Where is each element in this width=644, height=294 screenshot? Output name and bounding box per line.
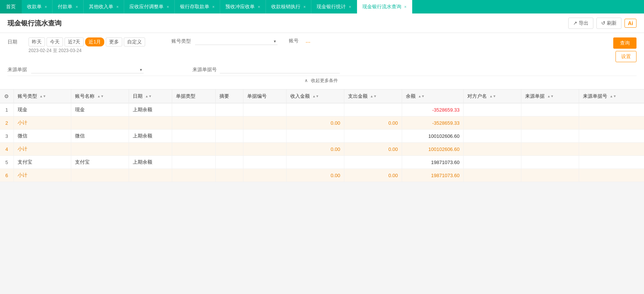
cell-expense [344,156,402,169]
account-no-dots[interactable]: ... [303,37,312,44]
date-label: 日期 [8,39,26,45]
source-doc-select[interactable] [31,66,144,73]
close-icon[interactable]: × [45,4,47,9]
page-header: 现金银行流水查询 ↗ 导出 ↺ 刷新 Ai [0,13,644,33]
cell-counterpart [464,130,521,143]
nav-tab-应收应付调整单[interactable]: 应收应付调整单 × [124,0,174,13]
nav-tab-付款单[interactable]: 付款单 × [53,0,83,13]
sort-icon: ▲▼ [145,95,152,98]
close-icon[interactable]: × [349,4,351,9]
th-doc-type[interactable]: 单据类型 [172,90,215,103]
table-container: ⚙ 账号类型 ▲▼ 账号名称 ▲▼ 日期 ▲▼ 单据类型 摘 [0,90,644,182]
cell-account-name [71,143,129,156]
ai-badge[interactable]: Ai [624,19,636,28]
gear-icon: ⚙ [4,93,9,99]
table-row: 1 现金 现金 上期余额 -3528659.33 [0,103,644,116]
nav-tab-预收冲应收单[interactable]: 预收冲应收单 × [220,0,266,13]
cell-balance: 100102606.60 [402,143,463,156]
close-icon[interactable]: × [404,4,407,9]
cell-balance: 100102606.60 [402,130,463,143]
cell-counterpart [464,169,521,182]
th-source-doc-no[interactable]: 来源单据号 ▲▼ [579,90,644,103]
cell-account-type: 微信 [14,130,71,143]
date-btn-today[interactable]: 今天 [47,37,63,46]
cell-doc-no [243,130,286,143]
source-doc-no-label: 来源单据号 [192,66,217,73]
source-doc-label: 来源单据 [8,66,28,73]
nav-tab-其他收入单[interactable]: 其他收入单 × [84,0,124,13]
cell-income: 0.00 [287,169,344,182]
cell-expense [344,103,402,116]
cell-summary [215,156,243,169]
cell-account-type: 小计 [14,169,71,182]
cell-doc-type [172,130,215,143]
export-button[interactable]: ↗ 导出 [568,18,593,29]
cell-source-doc-no [579,143,644,156]
date-btn-7days[interactable]: 近7天 [65,37,84,46]
nav-tab-收款单[interactable]: 收款单 × [22,0,53,13]
cell-doc-type [172,116,215,130]
date-btn-1month[interactable]: 近1月 [85,37,104,46]
nav-tab-现金银行统计[interactable]: 现金银行统计 × [311,0,357,13]
th-summary[interactable]: 摘要 [215,90,243,103]
row-number: 2 [0,116,14,130]
collapse-bar[interactable]: ∧ 收起更多条件 [8,76,636,85]
date-btn-yesterday[interactable]: 昨天 [29,37,45,46]
table-row: 2 小计 0.00 0.00 -3528659.33 [0,116,644,130]
account-type-select[interactable] [195,37,278,45]
th-date[interactable]: 日期 ▲▼ [129,90,172,103]
th-source-doc[interactable]: 来源单据 ▲▼ [521,90,579,103]
cell-date: 上期余额 [129,156,172,169]
data-table: ⚙ 账号类型 ▲▼ 账号名称 ▲▼ 日期 ▲▼ 单据类型 摘 [0,90,644,182]
cell-source-doc-no [579,156,644,169]
close-icon[interactable]: × [116,4,119,9]
cell-doc-type [172,169,215,182]
cell-summary [215,116,243,130]
th-income[interactable]: 收入金额 ▲▼ [287,90,344,103]
cell-source-doc-no [579,169,644,182]
th-account-name[interactable]: 账号名称 ▲▼ [71,90,129,103]
cell-income [287,103,344,116]
query-button[interactable]: 查询 [613,37,636,49]
nav-tab-银行存取款单[interactable]: 银行存取款单 × [175,0,220,13]
close-icon[interactable]: × [212,4,215,9]
close-icon[interactable]: × [75,4,78,9]
date-btn-custom[interactable]: 自定义 [124,37,145,46]
cell-account-type: 支付宝 [14,156,71,169]
settings-button[interactable]: 设置 [615,51,636,62]
cell-balance: 19871073.60 [402,169,463,182]
cell-account-name [71,116,129,130]
cell-expense: 0.00 [344,143,402,156]
th-balance[interactable]: 余额 ▲▼ [402,90,463,103]
cell-counterpart [464,116,521,130]
close-icon[interactable]: × [303,4,306,9]
nav-tab-收款核销执行[interactable]: 收款核销执行 × [266,0,311,13]
cell-source-doc-no [579,130,644,143]
cell-source-doc [521,116,579,130]
chevron-up-icon: ∧ [305,78,308,83]
cell-source-doc [521,169,579,182]
th-settings[interactable]: ⚙ [0,90,14,103]
th-expense[interactable]: 支出金额 ▲▼ [344,90,402,103]
sort-icon: ▲▼ [610,95,617,98]
nav-home[interactable]: 首页 [0,0,22,13]
th-account-type[interactable]: 账号类型 ▲▼ [14,90,71,103]
nav-tab-现金银行流水查询[interactable]: 现金银行流水查询 × [357,0,412,13]
table-row: 3 微信 微信 上期余额 100102606.60 [0,130,644,143]
row-number: 6 [0,169,14,182]
sort-icon: ▲▼ [370,95,377,98]
source-doc-no-input[interactable] [220,66,340,73]
cell-account-name [71,169,129,182]
table-row: 4 小计 0.00 0.00 100102606.60 [0,143,644,156]
date-range: 2023-02-24 至 2023-03-24 [29,48,145,54]
cell-source-doc-no [579,103,644,116]
close-icon[interactable]: × [258,4,260,9]
refresh-button[interactable]: ↺ 刷新 [596,18,621,29]
date-btn-more[interactable]: 更多 [106,37,122,46]
cell-date: 上期余额 [129,130,172,143]
th-counterpart[interactable]: 对方户名 ▲▼ [464,90,521,103]
close-icon[interactable]: × [167,4,169,9]
header-actions: ↗ 导出 ↺ 刷新 Ai [568,18,636,29]
cell-income [287,156,344,169]
th-doc-no[interactable]: 单据编号 [243,90,286,103]
